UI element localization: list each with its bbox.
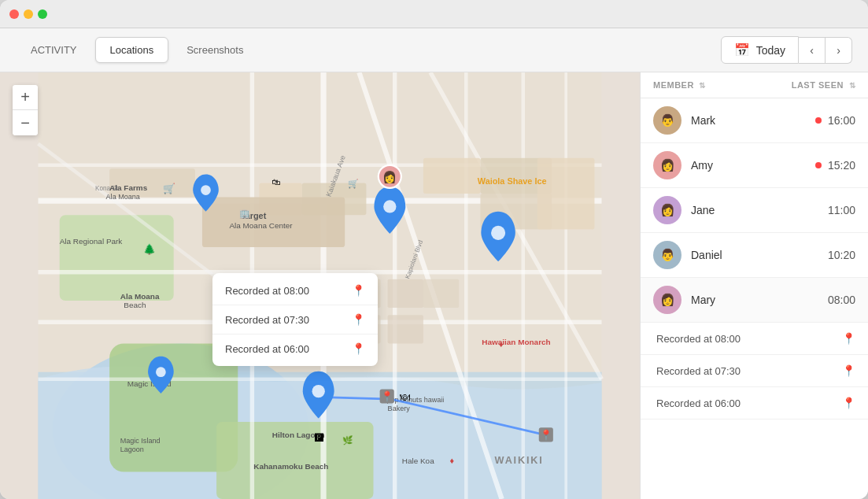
svg-text:Ala Moana Center: Ala Moana Center [229, 221, 293, 230]
map-area[interactable]: Kaiakaua Ave Ala Wai Blvd Kapiolani Blvd… [0, 72, 640, 499]
app-window: ACTIVITY Locations Screenshots 📅 Today ‹… [0, 0, 868, 499]
svg-text:Hale Koa: Hale Koa [402, 456, 434, 465]
member-time-jane: 11:00 [828, 204, 855, 216]
prev-date-button[interactable]: ‹ [799, 37, 826, 64]
svg-text:Magic Island: Magic Island [120, 437, 161, 445]
svg-text:♦: ♦ [499, 339, 504, 349]
date-navigation: 📅 Today ‹ › [721, 36, 852, 64]
maximize-button[interactable] [38, 9, 47, 19]
svg-point-69 [383, 200, 396, 213]
content-area: Kaiakaua Ave Ala Wai Blvd Kapiolani Blvd… [0, 72, 868, 499]
popup-pin-3: 📍 [352, 342, 365, 355]
svg-text:Ala Regional Park: Ala Regional Park [60, 237, 123, 246]
online-indicator-amy [815, 162, 822, 168]
avatar-mark: 👨 [653, 106, 681, 135]
svg-text:👩: 👩 [382, 170, 397, 184]
svg-rect-23 [423, 158, 481, 194]
svg-text:🌿: 🌿 [343, 434, 354, 445]
tab-locations[interactable]: Locations [95, 37, 169, 63]
svg-rect-3 [60, 215, 174, 301]
sub-pin-2: 📍 [842, 364, 855, 377]
sub-row-mary-3[interactable]: Recorded at 06:00 📍 [641, 387, 868, 420]
popup-pin-1: 📍 [352, 284, 365, 297]
traffic-lights [9, 9, 47, 19]
svg-text:Beach: Beach [124, 301, 146, 309]
svg-text:Kahanamoku Beach: Kahanamoku Beach [253, 462, 328, 471]
popup-label-3: Recorded at 06:00 [225, 343, 309, 355]
avatar-mary: 👩 [653, 286, 681, 314]
zoom-in-button[interactable]: + [13, 85, 38, 110]
svg-text:📍: 📍 [381, 390, 393, 403]
svg-text:WAIKIKI: WAIKIKI [495, 455, 544, 466]
sidebar-header: MEMBER ⇅ LAST SEEN ⇅ [641, 72, 868, 98]
member-row-amy[interactable]: 👩 Amy 15:20 [641, 143, 868, 188]
svg-text:🛒: 🛒 [348, 178, 359, 189]
member-column-header: MEMBER ⇅ [653, 80, 792, 90]
svg-text:Hawaiian Monarch: Hawaiian Monarch [482, 338, 550, 346]
lastseen-column-header: LAST SEEN ⇅ [792, 80, 855, 90]
title-bar [0, 0, 868, 28]
sub-row-label-2: Recorded at 07:30 [656, 365, 741, 377]
sub-row-mary-1[interactable]: Recorded at 08:00 📍 [641, 323, 868, 355]
member-row-mark[interactable]: 👨 Mark 16:00 [641, 98, 868, 143]
popup-label-1: Recorded at 08:00 [225, 285, 309, 297]
member-name-mary: Mary [691, 294, 815, 306]
map-popup: Recorded at 08:00 📍 Recorded at 07:30 📍 … [212, 273, 378, 366]
svg-text:🛍: 🛍 [271, 177, 280, 187]
online-indicator-mark [815, 117, 822, 124]
svg-text:Waiola Shave Ice: Waiola Shave Ice [478, 176, 547, 186]
svg-text:Ala Moana: Ala Moana [120, 292, 160, 301]
svg-point-67 [312, 385, 325, 397]
member-time-mary: 08:00 [828, 294, 855, 306]
svg-text:Ala Farms: Ala Farms [109, 183, 148, 192]
sub-pin-3: 📍 [842, 397, 855, 409]
sub-row-mary-2[interactable]: Recorded at 07:30 📍 [641, 355, 868, 387]
tab-screenshots[interactable]: Screenshots [172, 37, 258, 63]
date-label: Today [756, 44, 785, 57]
close-button[interactable] [9, 9, 19, 19]
avatar-jane: 👩 [653, 196, 681, 224]
member-time-mark: 16:00 [828, 114, 855, 127]
svg-text:🅿: 🅿 [315, 433, 323, 442]
member-row-daniel[interactable]: 👨 Daniel 10:20 [641, 233, 868, 278]
svg-text:🛒: 🛒 [163, 183, 175, 195]
sub-pin-1: 📍 [842, 332, 855, 345]
svg-rect-30 [423, 279, 459, 308]
date-picker[interactable]: 📅 Today [721, 36, 799, 64]
popup-row-1: Recorded at 08:00 📍 [212, 276, 378, 305]
member-row-jane[interactable]: 👩 Jane 11:00 [641, 188, 868, 233]
popup-label-2: Recorded at 07:30 [225, 314, 309, 326]
svg-rect-32 [388, 315, 423, 343]
sidebar: MEMBER ⇅ LAST SEEN ⇅ 👨 Mark 16:00 👩 Amy [640, 72, 868, 499]
member-time-daniel: 10:20 [828, 249, 855, 261]
calendar-icon: 📅 [734, 43, 750, 57]
svg-rect-29 [388, 279, 423, 308]
svg-text:Bakery: Bakery [388, 405, 411, 412]
minimize-button[interactable] [24, 9, 33, 19]
member-name-amy: Amy [691, 159, 815, 172]
svg-text:♦: ♦ [449, 456, 454, 465]
member-time-amy: 15:20 [828, 159, 855, 172]
tab-group: ACTIVITY Locations Screenshots [16, 37, 258, 63]
member-name-jane: Jane [691, 204, 815, 216]
member-sort-icon: ⇅ [699, 81, 706, 90]
popup-row-2: Recorded at 07:30 📍 [212, 305, 378, 335]
svg-rect-26 [537, 158, 595, 230]
svg-text:🏢: 🏢 [239, 208, 250, 219]
member-name-mark: Mark [691, 114, 815, 127]
svg-point-65 [201, 185, 211, 195]
svg-text:🌲: 🌲 [143, 243, 156, 256]
sub-row-label-3: Recorded at 06:00 [656, 397, 741, 409]
sub-row-label-1: Recorded at 08:00 [656, 333, 741, 345]
next-date-button[interactable]: › [826, 37, 852, 64]
zoom-out-button[interactable]: − [13, 110, 38, 135]
member-name-daniel: Daniel [691, 249, 815, 261]
member-row-mary[interactable]: 👩 Mary 08:00 [641, 278, 868, 323]
svg-text:📍: 📍 [540, 429, 552, 442]
svg-text:Lagoon: Lagoon [120, 445, 144, 453]
map-controls: + − [13, 85, 38, 135]
tab-activity[interactable]: ACTIVITY [16, 37, 92, 63]
svg-point-68 [491, 226, 505, 240]
svg-point-66 [156, 367, 166, 377]
avatar-amy: 👩 [653, 151, 681, 179]
